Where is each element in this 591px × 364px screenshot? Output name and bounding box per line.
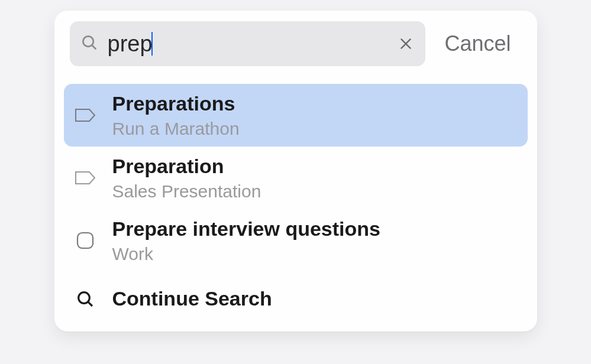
svg-line-1 — [92, 46, 96, 49]
tag-icon — [71, 106, 99, 124]
search-icon — [71, 290, 99, 308]
search-field[interactable]: prep — [70, 21, 426, 66]
results-list: Preparations Run a Marathon Preparation … — [64, 84, 528, 315]
result-item[interactable]: Preparation Sales Presentation — [64, 147, 528, 209]
continue-search-label: Continue Search — [112, 287, 272, 310]
search-input-wrap[interactable]: prep — [98, 31, 398, 57]
result-subtitle: Run a Marathon — [112, 118, 240, 140]
checkbox-icon — [71, 231, 99, 250]
svg-point-0 — [83, 36, 93, 47]
result-text: Preparation Sales Presentation — [112, 154, 261, 202]
clear-icon[interactable] — [397, 35, 415, 53]
result-item[interactable]: Prepare interview questions Work — [64, 209, 528, 272]
result-text: Prepare interview questions Work — [112, 216, 381, 265]
search-row: prep Cancel — [64, 21, 528, 66]
result-subtitle: Work — [112, 243, 381, 265]
result-title: Prepare interview questions — [112, 216, 381, 242]
continue-search-button[interactable]: Continue Search — [64, 272, 528, 315]
svg-line-6 — [88, 302, 92, 306]
svg-rect-4 — [77, 233, 93, 248]
search-panel: prep Cancel Preparations Run a Marathon — [54, 11, 537, 332]
search-input-text: prep — [108, 31, 153, 57]
text-cursor — [151, 32, 153, 56]
cancel-button[interactable]: Cancel — [434, 31, 521, 56]
tag-icon — [71, 169, 99, 187]
result-text: Preparations Run a Marathon — [112, 91, 240, 139]
result-item[interactable]: Preparations Run a Marathon — [64, 84, 528, 147]
result-subtitle: Sales Presentation — [112, 180, 261, 203]
result-title: Preparations — [112, 91, 240, 116]
svg-point-5 — [78, 292, 89, 303]
result-title: Preparation — [112, 154, 261, 179]
search-icon — [80, 34, 98, 54]
